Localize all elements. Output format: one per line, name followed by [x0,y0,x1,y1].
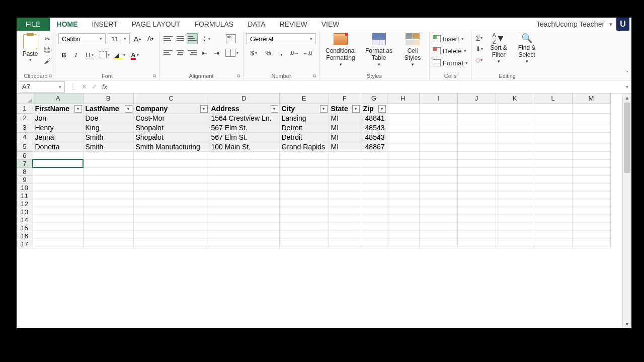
row-header-13[interactable]: 13 [17,208,33,216]
cell[interactable] [279,159,329,167]
cell[interactable] [329,216,361,224]
cell[interactable] [133,175,209,184]
cell[interactable] [133,151,209,159]
cell[interactable] [33,232,83,240]
cell[interactable] [419,232,457,240]
cell[interactable] [279,184,329,192]
column-header-F[interactable]: F [329,94,361,104]
tab-review[interactable]: REVIEW [272,18,314,31]
cell[interactable] [534,123,572,132]
orientation-button[interactable]: ⤸▾ [199,33,213,44]
cell[interactable] [33,200,83,208]
delete-cells-button[interactable]: Delete▾ [433,45,466,56]
cell[interactable] [534,216,572,224]
cell[interactable] [534,240,572,248]
cell[interactable] [572,240,610,248]
cell[interactable] [133,159,209,167]
cell[interactable] [419,123,457,132]
cell[interactable] [457,159,496,167]
cell[interactable] [496,232,534,240]
table-cell[interactable]: Smith Manufacturing [133,142,209,151]
cell[interactable] [279,151,329,159]
increase-decimal-button[interactable]: .0→ [289,47,300,58]
row-header-3[interactable]: 3 [17,123,33,132]
cell[interactable] [279,224,329,232]
table-cell[interactable]: MI [329,132,361,142]
cell[interactable] [83,151,133,159]
row-header-12[interactable]: 12 [17,200,33,208]
cell[interactable] [33,175,83,184]
cell[interactable] [279,167,329,175]
cell[interactable] [457,216,496,224]
cell[interactable] [361,224,387,232]
table-cell[interactable]: King [83,123,133,132]
table-cell[interactable]: Jon [33,113,83,123]
cell[interactable] [387,142,419,151]
borders-button[interactable]: ▾ [98,49,112,60]
cell[interactable] [496,240,534,248]
cell[interactable] [572,232,610,240]
cell[interactable] [496,113,534,123]
cell[interactable] [496,216,534,224]
cell[interactable] [419,113,457,123]
cell[interactable] [83,240,133,248]
cell[interactable] [496,192,534,200]
table-header-cell[interactable]: Address▾ [209,104,279,113]
cell[interactable] [387,224,419,232]
decrease-decimal-button[interactable]: ←.0 [302,47,313,58]
cell[interactable] [209,151,279,159]
cell[interactable] [387,208,419,216]
cell[interactable] [83,192,133,200]
cell[interactable] [572,200,610,208]
cell[interactable] [387,184,419,192]
accounting-format-button[interactable]: $▾ [247,47,261,58]
number-format-combo[interactable]: General▾ [247,33,316,44]
cell[interactable] [572,208,610,216]
align-center-button[interactable] [175,47,186,58]
cell[interactable] [33,240,83,248]
underline-button[interactable]: U▾ [83,49,97,60]
column-header-K[interactable]: K [496,94,534,104]
cell[interactable] [496,151,534,159]
expand-formula-bar-icon[interactable]: ▾ [623,84,631,89]
cell[interactable] [496,200,534,208]
cell[interactable] [329,151,361,159]
cell[interactable] [457,175,496,184]
cell[interactable] [457,200,496,208]
row-header-17[interactable]: 17 [17,240,33,248]
number-launcher-icon[interactable]: ⧉ [313,73,316,79]
fx-icon[interactable]: fx [99,83,110,90]
column-header-A[interactable]: A [33,94,83,104]
cell[interactable] [572,132,610,142]
table-cell[interactable]: Lansing [279,113,329,123]
cell[interactable] [572,175,610,184]
cell[interactable] [496,104,534,113]
cell[interactable] [361,216,387,224]
table-header-cell[interactable]: LastName▾ [83,104,133,113]
cell[interactable] [457,132,496,142]
scroll-thumb[interactable] [624,103,630,173]
cell[interactable] [496,175,534,184]
cell[interactable] [279,192,329,200]
cell[interactable] [419,192,457,200]
fill-button[interactable]: ⬇▾ [474,44,484,53]
table-cell[interactable]: 1564 Crestview Ln. [209,113,279,123]
format-painter-icon[interactable]: 🖌 [43,56,52,65]
row-header-11[interactable]: 11 [17,192,33,200]
font-launcher-icon[interactable]: ⧉ [153,73,156,79]
table-header-cell[interactable]: Company▾ [133,104,209,113]
clear-button[interactable]: ◇▾ [474,55,484,64]
cell[interactable] [361,151,387,159]
table-cell[interactable]: 100 Main St. [209,142,279,151]
cell[interactable] [133,192,209,200]
align-middle-button[interactable] [175,33,186,44]
table-cell[interactable]: 48543 [361,123,387,132]
cell[interactable] [534,113,572,123]
cell[interactable] [419,142,457,151]
cell[interactable] [387,151,419,159]
cell[interactable] [83,232,133,240]
cell[interactable] [33,224,83,232]
insert-cells-button[interactable]: Insert▾ [433,33,464,44]
cell[interactable] [329,184,361,192]
cell[interactable] [209,184,279,192]
